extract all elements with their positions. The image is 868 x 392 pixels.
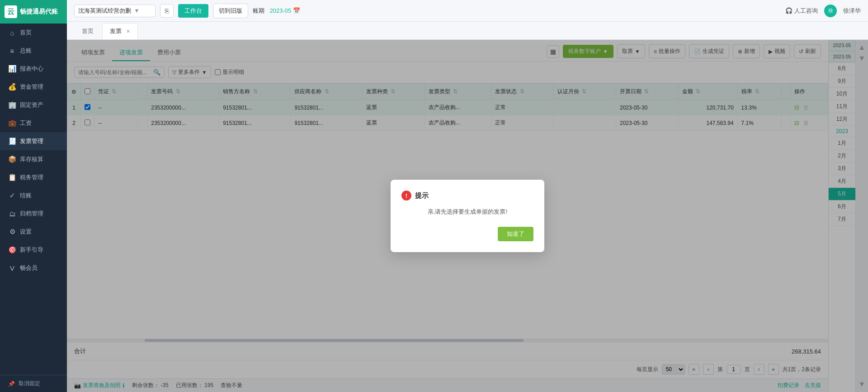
sidebar-item-settle[interactable]: ✓ 结账 [0,186,67,205]
settle-icon: ✓ [8,191,16,200]
home-icon: ⌂ [8,29,16,37]
guide-icon: 🎯 [8,246,16,254]
company-name: 沈海英测试经营勿删 [78,7,131,15]
member-icon: V [8,264,16,272]
tab-close-icon[interactable]: ✕ [126,29,130,34]
tab-invoice[interactable]: 发票 ✕ [102,23,138,39]
customer-service-button[interactable]: 🎧 人工咨询 [785,7,818,15]
chevron-down-icon: ▼ [134,7,140,14]
app-logo: 云 畅捷通易代账 [0,0,67,24]
sidebar-item-reports[interactable]: 📊 报表中心 [0,60,67,78]
settings-icon: ⚙ [8,228,16,236]
payroll-icon: 💼 [8,119,16,127]
sidebar-item-inventory[interactable]: 📦 库存核算 [0,150,67,168]
sidebar-item-capital[interactable]: 💰 资金管理 [0,78,67,96]
topbar: 沈海英测试经营勿删 ▼ ⎘ 工作台 切到旧版 账期 2023-05 📅 🎧 人工… [67,0,868,22]
sidebar: 云 畅捷通易代账 ⌂ 首页 ≡ 总账 📊 报表中心 💰 资金管理 🏢 固定资产 … [0,0,67,392]
sidebar-item-member[interactable]: V 畅会员 [0,259,67,277]
modal-confirm-button[interactable]: 知道了 [498,227,533,241]
sidebar-item-guide[interactable]: 🎯 新手引导 [0,241,67,259]
archive-icon: 🗂 [8,210,16,218]
tax-icon: 📋 [8,173,16,182]
modal-message: 亲,请先选择要生成单据的发票! [401,208,533,216]
modal-overlay: ! 提示 亲,请先选择要生成单据的发票! 知道了 [67,40,868,392]
tab-home[interactable]: 首页 [74,23,101,39]
assets-icon: 🏢 [8,101,16,109]
ledger-icon: ≡ [8,47,16,55]
inventory-icon: 📦 [8,155,16,163]
app-name: 畅捷通易代账 [20,8,58,16]
content-area: 销项发票 进项发票 费用小票 ▦ 税务数字账户 ▼ [67,40,868,392]
headset-icon: 🎧 [785,7,793,14]
period-label: 账期 2023-05 📅 [253,7,300,15]
modal-title-row: ! 提示 [401,191,533,201]
logo-icon: 云 [5,5,17,18]
workspace-button[interactable]: 工作台 [178,4,208,18]
capital-icon: 💰 [8,83,16,91]
sidebar-item-tax[interactable]: 📋 税务管理 [0,168,67,186]
sidebar-item-invoice[interactable]: 🧾 发票管理 [0,132,67,150]
sidebar-item-payroll[interactable]: 💼 工资 [0,114,67,132]
period-value: 2023-05 [270,7,292,14]
copy-button[interactable]: ⎘ [160,4,174,18]
sidebar-item-home[interactable]: ⌂ 首页 [0,24,67,42]
username: 徐泽华 [843,7,861,15]
modal-title-text: 提示 [415,191,429,200]
sidebar-item-ledger[interactable]: ≡ 总账 [0,42,67,60]
calendar-icon: 📅 [293,7,300,14]
invoice-icon: 🧾 [8,137,16,145]
user-avatar: 徐 [824,5,837,17]
switch-version-button[interactable]: 切到旧版 [213,4,248,18]
sidebar-item-settings[interactable]: ⚙ 设置 [0,223,67,241]
copy-icon: ⎘ [165,7,169,14]
topbar-right: 🎧 人工咨询 徐 徐泽华 [785,5,861,17]
main-area: 沈海英测试经营勿删 ▼ ⎘ 工作台 切到旧版 账期 2023-05 📅 🎧 人工… [67,0,868,392]
company-selector[interactable]: 沈海英测试经营勿删 ▼ [74,5,156,17]
modal-footer: 知道了 [401,227,533,241]
sidebar-item-assets[interactable]: 🏢 固定资产 [0,96,67,114]
tabbar: 首页 发票 ✕ [67,22,868,40]
sidebar-item-archive[interactable]: 🗂 归档管理 [0,205,67,223]
cancel-fixed-button[interactable]: 📌 取消固定 [0,375,67,392]
warning-icon: ! [401,191,411,201]
pin-icon: 📌 [8,381,15,387]
modal-dialog: ! 提示 亲,请先选择要生成单据的发票! 知道了 [391,180,544,252]
reports-icon: 📊 [8,65,16,73]
